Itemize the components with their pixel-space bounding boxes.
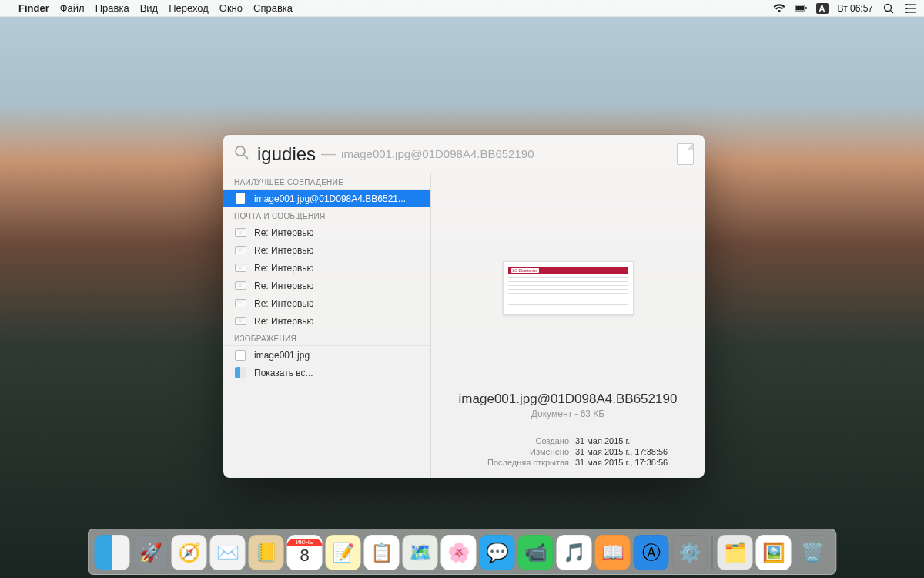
dock-itunes[interactable]: 🎵 bbox=[557, 535, 592, 570]
dock-mail[interactable]: ✉️ bbox=[210, 535, 246, 570]
result-label: Re: Интервью bbox=[254, 245, 314, 256]
result-row[interactable]: Re: Интервью bbox=[223, 277, 430, 294]
wifi-icon[interactable] bbox=[773, 2, 785, 15]
dock-download[interactable]: 🖼️ bbox=[756, 535, 792, 570]
mail-icon bbox=[234, 262, 246, 274]
spotlight-results-list: НАИЛУЧШЕЕ СОВПАДЕНИЕimage001.jpg@01D098A… bbox=[223, 173, 431, 478]
dock-photos[interactable]: 🌸 bbox=[441, 535, 477, 570]
input-source-icon[interactable]: А bbox=[816, 3, 829, 14]
battery-icon[interactable] bbox=[795, 2, 807, 15]
svg-point-11 bbox=[236, 146, 245, 156]
menubar-clock[interactable]: Вт 06:57 bbox=[838, 3, 873, 14]
finder-icon bbox=[234, 367, 246, 379]
dock-facetime[interactable]: 📹 bbox=[518, 535, 554, 570]
dock-notes[interactable]: 📝 bbox=[326, 535, 361, 570]
svg-point-9 bbox=[906, 7, 908, 9]
meta-key: Последняя открытая bbox=[487, 458, 569, 467]
svg-line-4 bbox=[891, 10, 894, 13]
dock-safari[interactable]: 🧭 bbox=[172, 535, 207, 570]
svg-line-12 bbox=[244, 155, 248, 159]
results-section-header: НАИЛУЧШЕЕ СОВПАДЕНИЕ bbox=[223, 173, 430, 190]
search-icon bbox=[234, 145, 249, 163]
query-separator: — bbox=[321, 145, 336, 163]
mail-icon bbox=[234, 227, 246, 239]
dock-messages[interactable]: 💬 bbox=[480, 535, 515, 570]
preview-subtitle: Документ - 63 КБ bbox=[445, 408, 691, 419]
dock-preferences[interactable]: ⚙️ bbox=[672, 535, 708, 570]
meta-key: Изменено bbox=[530, 447, 569, 456]
result-label: Re: Интервью bbox=[254, 298, 314, 309]
result-label: image001.jpg@01D098A4.BB6521... bbox=[254, 193, 406, 204]
dock-ibooks[interactable]: 📖 bbox=[595, 535, 631, 570]
doc-icon bbox=[234, 193, 246, 205]
menu-file[interactable]: Файл bbox=[60, 2, 85, 14]
mail-icon bbox=[234, 315, 246, 328]
dock-launchpad[interactable]: 🚀 bbox=[133, 535, 169, 570]
dock-separator bbox=[712, 536, 713, 570]
dock-mission[interactable]: 🗂️ bbox=[718, 535, 753, 570]
menubar-app-name[interactable]: Finder bbox=[18, 2, 49, 14]
result-row[interactable]: image001.jpg bbox=[223, 346, 430, 364]
result-row[interactable]: Показать вс... bbox=[223, 364, 430, 381]
preview-title: image001.jpg@01D098A4.BB652190 bbox=[445, 391, 691, 407]
text-cursor bbox=[316, 145, 316, 163]
dock-finder[interactable] bbox=[95, 535, 130, 570]
result-label: Re: Интервью bbox=[254, 227, 314, 238]
meta-row: Создано31 мая 2015 г. bbox=[445, 436, 691, 445]
menu-view[interactable]: Вид bbox=[140, 2, 159, 14]
img-icon bbox=[234, 349, 246, 361]
result-row[interactable]: Re: Интервью bbox=[223, 294, 430, 312]
meta-key: Создано bbox=[536, 436, 569, 445]
result-row[interactable]: Re: Интервью bbox=[223, 241, 430, 259]
svg-rect-1 bbox=[795, 6, 804, 10]
menu-help[interactable]: Справка bbox=[253, 2, 293, 14]
preview-thumbnail: LG Electronics bbox=[503, 261, 634, 315]
menu-window[interactable]: Окно bbox=[219, 2, 243, 14]
dock-reminders[interactable]: 📋 bbox=[364, 535, 400, 570]
meta-row: Изменено31 мая 2015 г., 17:38:56 bbox=[445, 447, 691, 456]
results-section-header: ИЗОБРАЖЕНИЯ bbox=[223, 330, 430, 346]
svg-point-3 bbox=[885, 4, 892, 11]
dock-maps[interactable]: 🗺️ bbox=[403, 535, 438, 570]
spotlight-window: igudies — image001.jpg@01D098A4.BB652190… bbox=[223, 135, 705, 478]
result-row[interactable]: Re: Интервью bbox=[223, 259, 430, 277]
result-row[interactable]: Re: Интервью bbox=[223, 223, 430, 241]
spotlight-icon[interactable] bbox=[882, 2, 895, 15]
svg-point-10 bbox=[906, 11, 908, 12]
menubar: Finder Файл Правка Вид Переход Окно Спра… bbox=[0, 0, 924, 17]
result-row[interactable]: Re: Интервью bbox=[223, 312, 430, 330]
preview-metadata: Создано31 мая 2015 г.Изменено31 мая 2015… bbox=[445, 435, 691, 467]
mail-icon bbox=[234, 280, 246, 292]
mail-icon bbox=[234, 244, 246, 257]
svg-rect-2 bbox=[805, 7, 806, 10]
result-label: Re: Интервью bbox=[254, 316, 314, 327]
dock: 🚀🧭✉️📒ИЮНЬ8📝📋🗺️🌸💬📹🎵📖Ⓐ⚙️🗂️🖼️🗑️ bbox=[88, 529, 837, 575]
dock-calendar[interactable]: ИЮНЬ8 bbox=[287, 535, 323, 570]
result-label: Re: Интервью bbox=[254, 263, 314, 274]
result-label: image001.jpg bbox=[254, 350, 310, 361]
spotlight-query[interactable]: igudies bbox=[257, 143, 316, 165]
notification-center-icon[interactable] bbox=[904, 2, 916, 15]
dock-appstore[interactable]: Ⓐ bbox=[634, 535, 669, 570]
result-type-icon bbox=[677, 143, 694, 165]
preview-brand-label: LG Electronics bbox=[511, 268, 540, 273]
spotlight-completion: image001.jpg@01D098A4.BB652190 bbox=[341, 147, 677, 160]
spotlight-preview-pane: LG Electronics image001.jpg@01D098A4.BB6… bbox=[431, 173, 705, 478]
spotlight-search-bar[interactable]: igudies — image001.jpg@01D098A4.BB652190 bbox=[223, 135, 705, 173]
result-row[interactable]: image001.jpg@01D098A4.BB6521... bbox=[223, 190, 430, 207]
mail-icon bbox=[234, 297, 246, 310]
dock-trash[interactable]: 🗑️ bbox=[795, 535, 830, 570]
meta-value: 31 мая 2015 г., 17:38:56 bbox=[575, 447, 691, 456]
menu-go[interactable]: Переход bbox=[169, 2, 209, 14]
meta-value: 31 мая 2015 г., 17:38:56 bbox=[575, 458, 691, 467]
result-label: Re: Интервью bbox=[254, 281, 314, 291]
menu-edit[interactable]: Правка bbox=[95, 2, 129, 14]
result-label: Показать вс... bbox=[254, 368, 313, 378]
results-section-header: ПОЧТА И СООБЩЕНИЯ bbox=[223, 207, 430, 223]
meta-value: 31 мая 2015 г. bbox=[575, 436, 691, 445]
dock-contacts[interactable]: 📒 bbox=[249, 535, 284, 570]
meta-row: Последняя открытая31 мая 2015 г., 17:38:… bbox=[445, 458, 691, 467]
svg-point-8 bbox=[906, 4, 908, 5]
